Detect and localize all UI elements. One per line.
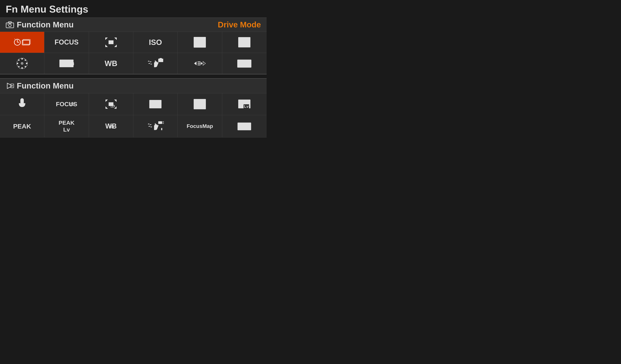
screen-icon — [237, 58, 252, 69]
af-area2-cell[interactable] — [89, 93, 133, 115]
section2-row2: PEAK PEAKLv WB — [0, 115, 267, 137]
svg-marker-104 — [162, 121, 164, 124]
svg-point-50 — [198, 63, 199, 64]
svg-marker-47 — [201, 62, 203, 65]
svg-rect-103 — [158, 121, 162, 124]
creative2-cell[interactable] — [178, 93, 222, 115]
wb-cell[interactable]: WB — [89, 53, 133, 74]
svg-marker-54 — [203, 62, 206, 65]
wb2-cell[interactable]: WB — [89, 115, 133, 137]
peak-lv-cell[interactable]: PEAKLv — [44, 115, 89, 137]
drive-timer-icon — [14, 37, 31, 47]
iso-cell[interactable]: ISO — [133, 32, 178, 53]
focusmap-cell[interactable]: FocusMap — [178, 115, 222, 137]
svg-text:PP: PP — [151, 102, 158, 107]
svg-point-29 — [21, 67, 23, 69]
svg-point-35 — [18, 66, 20, 67]
wb-label: WB — [105, 59, 118, 68]
focus-area-cell[interactable] — [178, 53, 222, 74]
svg-rect-0 — [6, 23, 14, 28]
clook-icon: C.Look — [59, 59, 74, 68]
af-area-cell[interactable] — [89, 32, 133, 53]
lv-icon: Lv — [238, 99, 251, 109]
section1-row2: C.Look WB — [0, 53, 267, 74]
camera-icon — [6, 20, 14, 29]
af-area2-icon — [104, 99, 118, 110]
svg-rect-9 — [108, 40, 114, 44]
svg-point-110 — [246, 127, 247, 129]
mic-icon — [17, 98, 27, 111]
iso-label: ISO — [149, 38, 162, 47]
focus-cell[interactable]: FOCUS — [44, 32, 89, 53]
focus-area-icon — [193, 58, 207, 69]
svg-point-53 — [199, 64, 200, 66]
screen2-icon — [237, 121, 252, 131]
photo-function-menu-section: Function Menu Drive Mode — [0, 17, 267, 74]
svg-point-45 — [160, 59, 162, 61]
peak-cell[interactable]: PEAK — [0, 115, 44, 137]
ev-icon — [193, 36, 207, 48]
peak-label: PEAK — [13, 123, 31, 130]
drive-timer-cell[interactable] — [0, 32, 44, 53]
ev-cell[interactable] — [178, 32, 222, 53]
focus2-cell[interactable]: FOCUS — [44, 93, 89, 115]
ois2-cell[interactable]: ▮ — [133, 115, 178, 137]
creative-look-cell[interactable] — [0, 53, 44, 74]
section2-title: Function Menu — [17, 81, 74, 90]
creative2-icon — [193, 99, 207, 110]
wb2-label: WB — [105, 122, 117, 130]
metering-cell[interactable] — [222, 32, 267, 53]
svg-point-34 — [25, 60, 26, 61]
focus-label: FOCUS — [54, 38, 78, 46]
ois-cell[interactable] — [133, 53, 178, 74]
svg-marker-46 — [194, 62, 196, 65]
svg-point-74 — [112, 106, 113, 107]
wb-camera-badge — [110, 125, 114, 128]
svg-point-2 — [9, 24, 11, 27]
lv-cell[interactable]: Lv — [222, 93, 267, 115]
svg-rect-78 — [194, 99, 206, 109]
focus-camera-badge — [70, 102, 74, 106]
svg-point-33 — [25, 66, 26, 67]
svg-rect-44 — [160, 58, 162, 59]
svg-point-51 — [199, 63, 200, 64]
svg-point-65 — [72, 104, 73, 105]
section2-row1: FOCUS — [0, 93, 267, 115]
svg-point-31 — [26, 63, 27, 64]
clook-cell[interactable]: C.Look — [44, 53, 89, 74]
svg-point-22 — [243, 41, 245, 43]
svg-text:C.Look: C.Look — [61, 62, 74, 66]
creative-look-icon — [16, 58, 28, 69]
svg-rect-14 — [194, 37, 206, 48]
pp-icon: PP — [149, 99, 162, 109]
section-divider — [0, 74, 267, 78]
screen2-cell[interactable] — [222, 115, 267, 137]
svg-point-3 — [7, 24, 8, 25]
svg-point-48 — [198, 61, 199, 63]
mic-cell[interactable] — [0, 93, 44, 115]
svg-point-37 — [22, 63, 22, 64]
svg-point-30 — [17, 63, 18, 64]
ois2-icon: ▮ — [147, 120, 164, 132]
screen-camera-badge — [245, 126, 249, 130]
svg-rect-1 — [8, 22, 11, 23]
screen-cell[interactable] — [222, 53, 267, 74]
peak-lv-label: PEAKLv — [59, 119, 74, 133]
ois-icon — [147, 58, 164, 69]
af-area-camera-badge — [111, 104, 115, 108]
svg-point-32 — [18, 60, 20, 61]
section1-header-left: Function Menu — [6, 20, 74, 29]
svg-point-28 — [21, 58, 23, 60]
svg-point-52 — [198, 64, 199, 66]
section1-row1: FOCUS ISO — [0, 32, 267, 53]
section1-drive-mode: Drive Mode — [218, 20, 261, 29]
focusmap-label: FocusMap — [187, 123, 213, 129]
page-title: Fn Menu Settings — [0, 0, 267, 17]
metering-icon — [238, 36, 251, 48]
video-icon — [6, 82, 14, 90]
svg-point-101 — [111, 126, 112, 127]
focus2-label: FOCUS — [56, 101, 77, 108]
svg-point-49 — [199, 61, 200, 63]
pp-cell[interactable]: PP — [133, 93, 178, 115]
af-area-icon — [104, 36, 118, 48]
